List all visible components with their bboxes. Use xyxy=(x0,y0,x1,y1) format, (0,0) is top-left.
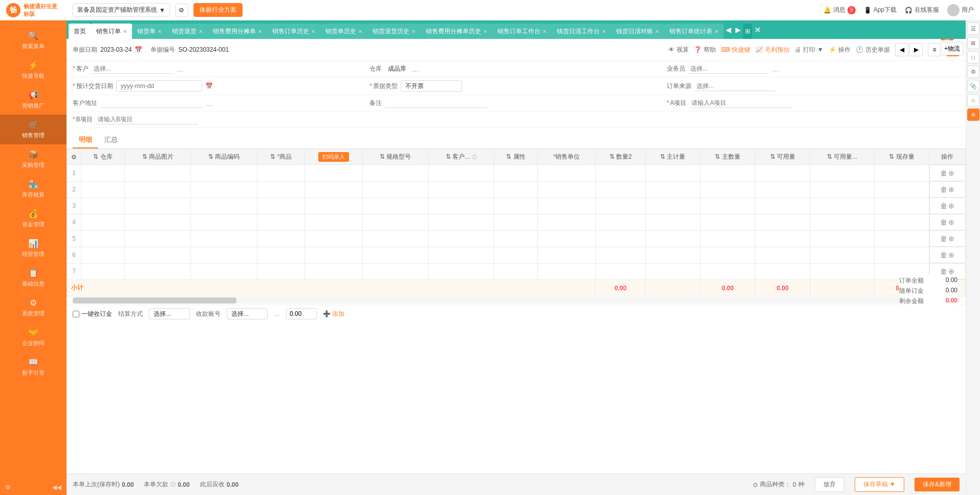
sidebar-item-system[interactable]: ⚙ 系统管理 xyxy=(0,293,67,322)
cell-operations[interactable]: 🗑 ⊕ xyxy=(929,230,965,247)
tab-sales-goods[interactable]: 销货单 ✕ xyxy=(132,24,167,39)
col-property[interactable]: ⇅ 属性 xyxy=(494,149,537,165)
tab-next-btn[interactable]: ▶ xyxy=(733,26,743,34)
receipt-no-select[interactable]: 选择... xyxy=(227,308,268,319)
tab-close-goods-history[interactable]: ✕ xyxy=(358,29,362,34)
tab-summary[interactable]: 汇总 xyxy=(98,132,124,148)
salesperson-more-btn[interactable]: … xyxy=(772,65,779,73)
right-panel-gear-btn[interactable]: ⚙ xyxy=(967,66,979,78)
tab-close-order-workspace[interactable]: ✕ xyxy=(542,29,547,34)
tab-sales-order[interactable]: 销售订单 ✕ xyxy=(91,24,132,39)
cell-customer-code[interactable] xyxy=(428,263,494,280)
tab-close-daily-workspace[interactable]: ✕ xyxy=(602,29,606,34)
user-item[interactable]: 用户 xyxy=(947,4,974,16)
cell-customer-code[interactable] xyxy=(428,230,494,247)
cell-sales-unit[interactable] xyxy=(537,263,595,280)
cell-current-stock[interactable] xyxy=(874,247,929,263)
col-qty2[interactable]: ⇅ 数量2 xyxy=(596,149,645,165)
cell-product[interactable] xyxy=(257,263,305,280)
cell-current-stock[interactable] xyxy=(874,181,929,198)
cell-product-code[interactable] xyxy=(191,181,257,198)
col-spec[interactable]: ⇅ 规格型号 xyxy=(362,149,428,165)
sidebar-item-finance[interactable]: 💰 资金管理 xyxy=(0,204,67,233)
cell-spec[interactable] xyxy=(362,198,428,214)
app-download-item[interactable]: 📱 App下载 xyxy=(864,6,897,14)
cell-warehouse[interactable] xyxy=(81,198,125,214)
col-settings[interactable]: ⚙ xyxy=(67,149,81,165)
industry-btn[interactable]: 体验行业方案 xyxy=(193,3,243,17)
sidebar-item-basic[interactable]: 📋 基础信息 xyxy=(0,263,67,293)
cell-operations[interactable]: 🗑 ⊕ xyxy=(929,181,965,198)
cell-customer-code[interactable] xyxy=(428,181,494,198)
notification-item[interactable]: 🔔 消息 9 xyxy=(823,6,856,14)
cell-product-code[interactable] xyxy=(191,263,257,280)
cell-product-image[interactable] xyxy=(125,214,191,230)
cell-product-code[interactable] xyxy=(191,214,257,230)
cell-sales-unit[interactable] xyxy=(537,165,595,182)
customer-input[interactable] xyxy=(92,64,173,74)
col-warehouse[interactable]: ⇅ 仓库 xyxy=(81,149,125,165)
cell-available[interactable] xyxy=(755,230,810,247)
settings-bottom-icon[interactable]: ⚙ xyxy=(5,484,11,491)
tab-close-daily-account[interactable]: ✕ xyxy=(655,29,659,34)
cell-sales-unit[interactable] xyxy=(537,214,595,230)
cell-available[interactable] xyxy=(755,198,810,214)
cell-product-image[interactable] xyxy=(125,230,191,247)
cell-main-unit[interactable] xyxy=(645,165,700,182)
cell-product[interactable] xyxy=(257,198,305,214)
cell-qty2[interactable] xyxy=(596,230,645,247)
prev-record-btn[interactable]: ◀ xyxy=(895,43,908,56)
cell-scan[interactable] xyxy=(305,230,362,247)
tab-order-workspace[interactable]: 销售订单工作台 ✕ xyxy=(492,24,552,39)
view-action[interactable]: 👁 视算 xyxy=(668,46,689,54)
cell-main-unit[interactable] xyxy=(645,247,700,263)
cell-main-unit[interactable] xyxy=(645,263,700,280)
sidebar-item-inventory[interactable]: 🏪 库存核算 xyxy=(0,174,67,204)
shortcut-action[interactable]: ⌨ 快捷键 xyxy=(721,46,750,54)
cell-available2[interactable] xyxy=(810,263,875,280)
tab-daily-account[interactable]: 钱货日清对账 ✕ xyxy=(611,24,664,39)
cell-product-image[interactable] xyxy=(125,181,191,198)
col-current-stock[interactable]: ⇅ 现存量 xyxy=(874,149,929,165)
amount-input[interactable] xyxy=(286,308,317,319)
tab-detail[interactable]: 明细 xyxy=(73,132,98,148)
cell-sales-unit[interactable] xyxy=(537,198,595,214)
delivery-date-input[interactable] xyxy=(116,80,202,92)
cell-scan[interactable] xyxy=(305,247,362,263)
calendar-icon2[interactable]: 📅 xyxy=(205,82,213,90)
tab-sales-stats[interactable]: 销售订单统计表 ✕ xyxy=(664,24,724,39)
cell-scan[interactable] xyxy=(305,214,362,230)
cell-main-qty[interactable] xyxy=(700,165,755,182)
tab-close-all-btn[interactable]: ✕ xyxy=(752,25,763,35)
cell-product-image[interactable] xyxy=(125,247,191,263)
cell-available[interactable] xyxy=(755,165,810,182)
calendar-icon[interactable]: 📅 xyxy=(135,46,142,53)
cell-spec[interactable] xyxy=(362,165,428,182)
col-main-qty[interactable]: ⇅ 主数量 xyxy=(700,149,755,165)
cell-available2[interactable] xyxy=(810,198,875,214)
cell-spec[interactable] xyxy=(362,263,428,280)
cell-warehouse[interactable] xyxy=(81,263,125,280)
cell-available[interactable] xyxy=(755,247,810,263)
cell-main-unit[interactable] xyxy=(645,214,700,230)
right-panel-orange-btn[interactable]: ⊕ xyxy=(967,109,979,121)
cell-product[interactable] xyxy=(257,181,305,198)
cell-product-code[interactable] xyxy=(191,165,257,182)
cell-product[interactable] xyxy=(257,214,305,230)
cell-operations[interactable]: 🗑 ⊕ xyxy=(929,247,965,263)
cell-spec[interactable] xyxy=(362,214,428,230)
tab-close-expense-history[interactable]: ✕ xyxy=(483,29,487,34)
system-selector[interactable]: 装备及固定资产辅助管理系统 ▼ xyxy=(73,3,170,17)
cell-scan[interactable] xyxy=(305,263,362,280)
right-panel-star-btn[interactable]: ☆ xyxy=(967,94,979,106)
cell-main-qty[interactable] xyxy=(700,230,755,247)
sidebar-item-operation[interactable]: 📊 经营管理 xyxy=(0,233,67,263)
cell-customer-code[interactable] xyxy=(428,247,494,263)
scan-input-btn[interactable]: 扫码录入 xyxy=(318,152,349,162)
cell-product-code[interactable] xyxy=(191,230,257,247)
cell-available[interactable] xyxy=(755,263,810,280)
cell-main-qty[interactable] xyxy=(700,263,755,280)
invoice-type-select[interactable]: 不开票 增值税普通发票 增值税专用发票 xyxy=(401,80,462,92)
cell-qty2[interactable] xyxy=(596,165,645,182)
tab-close-goods-return[interactable]: ✕ xyxy=(199,29,203,34)
